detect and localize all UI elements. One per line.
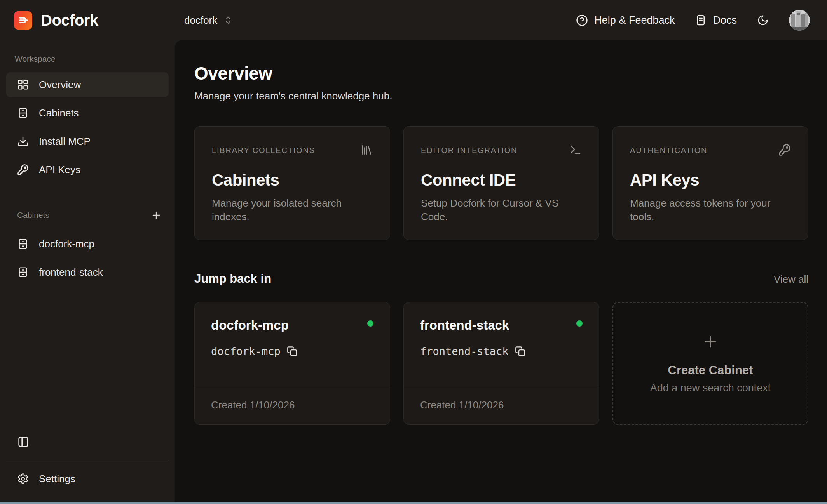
sidebar-item-overview[interactable]: Overview	[6, 72, 169, 97]
plus-icon	[702, 333, 719, 350]
help-feedback-button[interactable]: Help & Feedback	[576, 14, 675, 26]
screen-bottom-edge	[0, 502, 827, 504]
sidebar-cabinet-label: frontend-stack	[39, 266, 103, 278]
feature-card-description: Manage your isolated search indexes.	[212, 196, 359, 224]
status-dot	[367, 320, 373, 327]
feature-cards: LIBRARY COLLECTIONS Cabinets Manage your…	[194, 126, 808, 240]
main-panel: Overview Manage your team's central know…	[175, 40, 827, 502]
feature-card-eyebrow: AUTHENTICATION	[630, 146, 707, 155]
cabinets-section-label: Cabinets	[15, 210, 49, 220]
chevrons-up-down-icon	[223, 16, 233, 25]
feature-card-title: Connect IDE	[421, 171, 582, 189]
workspace-section-label: Workspace	[6, 54, 169, 64]
docs-button[interactable]: Docs	[695, 14, 737, 26]
sidebar-item-label: Install MCP	[39, 136, 91, 148]
cabinet-cards: docfork-mcp docfork-mcp Created 1/10/202…	[194, 302, 808, 425]
feature-card-cabinets[interactable]: LIBRARY COLLECTIONS Cabinets Manage your…	[194, 126, 390, 240]
sidebar-spacer	[6, 288, 169, 432]
cabinet-card-frontend-stack[interactable]: frontend-stack frontend-stack Created 1/…	[403, 302, 599, 425]
sidebar-item-label: Overview	[39, 79, 81, 91]
jump-back-in-header: Jump back in View all	[194, 272, 808, 286]
sidebar-item-label: Cabinets	[39, 107, 79, 119]
cabinet-card-title: frontend-stack	[420, 318, 509, 333]
page-subtitle: Manage your team's central knowledge hub…	[194, 90, 808, 102]
docs-book-icon	[695, 14, 707, 26]
feature-card-description: Manage access tokens for your tools.	[630, 196, 778, 224]
cabinet-slug: frontend-stack	[420, 345, 509, 357]
workspace-selector-value: docfork	[184, 14, 217, 26]
feature-card-eyebrow: LIBRARY COLLECTIONS	[212, 146, 315, 155]
terminal-icon	[569, 144, 582, 156]
brand: Docfork	[0, 11, 175, 30]
header-actions: Help & Feedback Docs	[576, 10, 827, 31]
help-circle-icon	[576, 14, 588, 26]
sidebar-item-api-keys[interactable]: API Keys	[6, 157, 169, 182]
sidebar-item-install-mcp[interactable]: Install MCP	[6, 129, 169, 154]
key-icon	[778, 144, 791, 156]
create-cabinet-card[interactable]: Create Cabinet Add a new search context	[612, 302, 808, 425]
panel-left-icon	[17, 436, 31, 448]
jump-back-in-title: Jump back in	[194, 272, 271, 286]
moon-icon	[757, 14, 769, 26]
brand-name: Docfork	[41, 12, 98, 29]
sidebar: Workspace Overview Cabinets Install MCP	[0, 40, 175, 502]
file-cabinet-icon	[17, 266, 29, 278]
sidebar-cabinet-label: docfork-mcp	[39, 238, 94, 250]
sidebar-item-settings[interactable]: Settings	[6, 466, 169, 491]
file-cabinet-icon	[17, 107, 29, 119]
cabinet-card-docfork-mcp[interactable]: docfork-mcp docfork-mcp Created 1/10/202…	[194, 302, 390, 425]
cabinets-section-header: Cabinets	[6, 208, 169, 222]
sidebar-item-label: API Keys	[39, 164, 80, 176]
sidebar-item-cabinets[interactable]: Cabinets	[6, 101, 169, 125]
docs-label: Docs	[713, 14, 737, 26]
theme-toggle-button[interactable]	[757, 14, 769, 26]
layout-grid-icon	[17, 79, 29, 90]
copy-icon[interactable]	[287, 346, 297, 356]
library-icon	[360, 144, 373, 156]
create-cabinet-subtitle: Add a new search context	[650, 382, 771, 394]
gear-icon	[17, 473, 29, 485]
file-cabinet-icon	[17, 238, 29, 250]
add-cabinet-button[interactable]	[149, 208, 163, 222]
sidebar-divider	[6, 461, 169, 461]
page-title: Overview	[194, 63, 808, 84]
download-icon	[17, 136, 29, 147]
workspace-selector[interactable]: docfork	[184, 14, 233, 26]
copy-icon[interactable]	[515, 346, 525, 356]
cabinet-slug: docfork-mcp	[211, 345, 281, 357]
sidebar-cabinet-frontend-stack[interactable]: frontend-stack	[6, 260, 169, 285]
view-all-link[interactable]: View all	[774, 273, 808, 285]
app-header: Docfork docfork Help & Feedback	[0, 0, 827, 40]
sidebar-cabinet-docfork-mcp[interactable]: docfork-mcp	[6, 231, 169, 256]
create-cabinet-title: Create Cabinet	[668, 363, 753, 377]
cabinet-card-title: docfork-mcp	[211, 318, 289, 333]
user-avatar[interactable]	[789, 10, 810, 31]
feature-card-description: Setup Docfork for Cursor & VS Code.	[421, 196, 569, 224]
cabinet-created-date: Created 1/10/2026	[195, 386, 390, 424]
help-feedback-label: Help & Feedback	[594, 14, 675, 26]
feature-card-connect-ide[interactable]: EDITOR INTEGRATION Connect IDE Setup Doc…	[403, 126, 599, 240]
sidebar-collapse-button[interactable]	[13, 432, 35, 452]
settings-label: Settings	[39, 473, 75, 485]
feature-card-eyebrow: EDITOR INTEGRATION	[421, 146, 517, 155]
key-icon	[17, 164, 29, 176]
cabinet-created-date: Created 1/10/2026	[404, 386, 599, 424]
feature-card-title: API Keys	[630, 171, 791, 189]
status-dot	[576, 320, 583, 327]
docfork-logo-icon[interactable]	[14, 11, 32, 30]
feature-card-title: Cabinets	[212, 171, 373, 189]
feature-card-api-keys[interactable]: AUTHENTICATION API Keys Manage access to…	[612, 126, 808, 240]
